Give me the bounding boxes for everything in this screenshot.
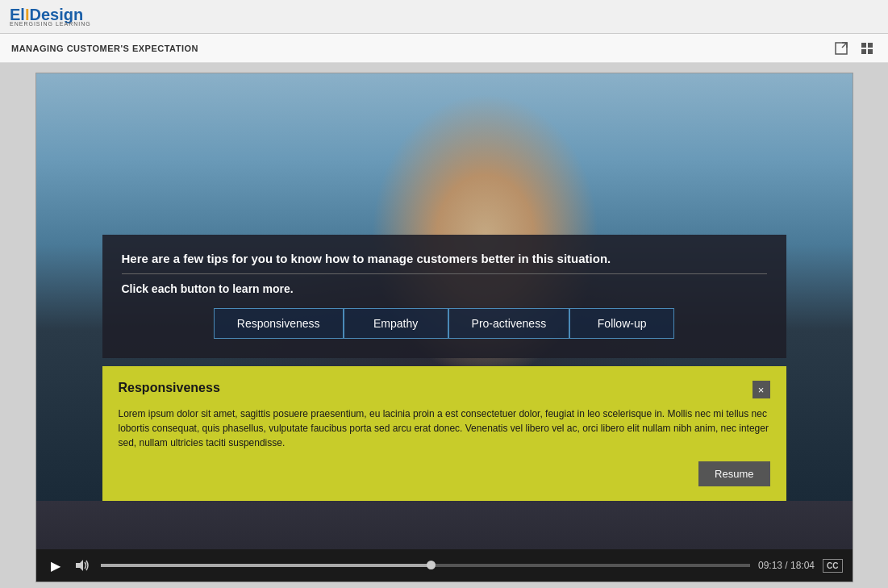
time-total: 18:04 — [790, 560, 815, 571]
cc-button[interactable]: CC — [823, 559, 842, 573]
topic-btn-pro-activeness[interactable]: Pro-activeness — [448, 308, 570, 339]
video-controls: ▶ 09:13 / 18:04 CC — [36, 549, 853, 582]
time-separator: / — [782, 560, 790, 571]
info-box: Responsiveness × Lorem ipsum dolor sit a… — [102, 366, 786, 501]
logo-el: El — [10, 6, 25, 23]
svg-marker-5 — [76, 560, 83, 571]
time-display: 09:13 / 18:04 — [758, 560, 815, 571]
instruction-2: Click each button to learn more. — [122, 282, 767, 295]
info-box-header: Responsiveness × — [119, 381, 770, 398]
topic-btn-responsiveness[interactable]: Responsiveness — [214, 308, 344, 339]
expand-button[interactable] — [832, 39, 851, 58]
info-box-text: Lorem ipsum dolor sit amet, sagittis pos… — [119, 407, 770, 450]
volume-button[interactable] — [73, 556, 93, 575]
svg-rect-4 — [868, 49, 873, 54]
info-box-title: Responsiveness — [119, 381, 220, 395]
logo-main: El I Design — [10, 6, 91, 23]
overlay-panel: Here are a few tips for you to know how … — [102, 235, 786, 358]
time-current: 09:13 — [758, 560, 782, 571]
topic-btn-empathy[interactable]: Empathy — [344, 308, 448, 339]
logo-design-text: Design — [29, 6, 83, 23]
svg-rect-1 — [861, 43, 866, 48]
svg-rect-3 — [861, 49, 866, 54]
resume-button[interactable]: Resume — [698, 461, 769, 486]
info-box-footer: Resume — [119, 461, 770, 486]
logo: El I Design ENERGISING LEARNING — [10, 6, 91, 27]
progress-handle — [427, 561, 436, 569]
svg-rect-2 — [868, 43, 873, 48]
topic-btn-follow-up[interactable]: Follow-up — [569, 308, 674, 339]
play-button[interactable]: ▶ — [46, 556, 65, 575]
toolbar-title: MANAGING CUSTOMER'S EXPECTATION — [11, 44, 198, 53]
toolbar-icons — [832, 39, 877, 58]
video-container: Here are a few tips for you to know how … — [35, 73, 853, 582]
logo-box: El I Design ENERGISING LEARNING — [10, 6, 91, 27]
progress-fill — [101, 564, 432, 567]
page-wrapper: El I Design ENERGISING LEARNING MANAGING… — [0, 0, 888, 588]
info-box-close-button[interactable]: × — [753, 381, 770, 398]
play-icon: ▶ — [51, 558, 60, 573]
video-background: Here are a few tips for you to know how … — [36, 73, 853, 549]
grid-button[interactable] — [857, 39, 877, 58]
logo-subtitle: ENERGISING LEARNING — [10, 21, 91, 27]
topic-buttons-row: Responsiveness Empathy Pro-activeness Fo… — [122, 308, 767, 339]
header: El I Design ENERGISING LEARNING — [0, 0, 888, 34]
toolbar: MANAGING CUSTOMER'S EXPECTATION — [0, 34, 888, 63]
progress-bar[interactable] — [101, 564, 750, 567]
overlay-divider — [122, 273, 767, 274]
instruction-1: Here are a few tips for you to know how … — [122, 251, 767, 267]
